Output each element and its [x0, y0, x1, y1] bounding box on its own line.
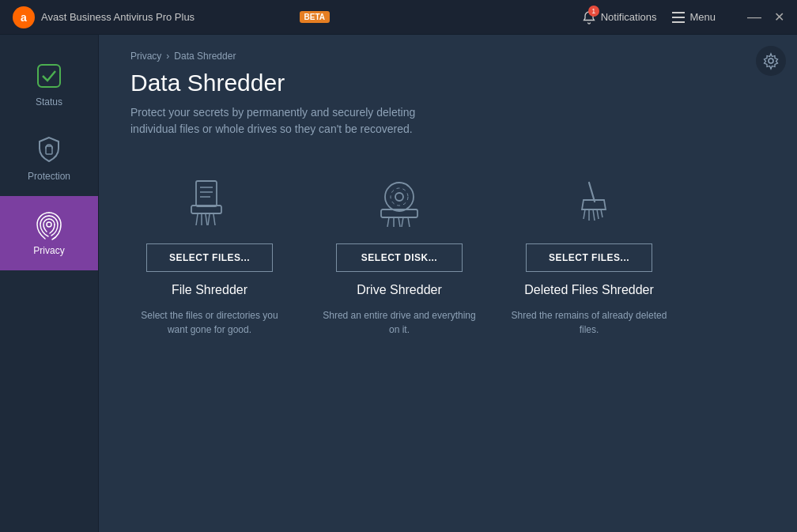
drive-shredder-name: Drive Shredder — [357, 283, 442, 297]
deleted-shredder-description: Shred the remains of already deleted fil… — [510, 308, 668, 337]
main-content: Privacy › Data Shredder Data Shredder Pr… — [99, 35, 797, 532]
deleted-files-shredder-card: SELECT FILES... Deleted Files Shredder S… — [510, 177, 668, 337]
svg-line-28 — [589, 183, 595, 202]
gear-icon — [763, 53, 779, 69]
file-shredder-name: File Shredder — [172, 283, 247, 297]
svg-point-7 — [47, 222, 51, 227]
page-description: Protect your secrets by permanently and … — [99, 104, 494, 161]
minimize-button[interactable]: — — [747, 9, 761, 25]
svg-line-32 — [597, 209, 599, 219]
svg-rect-2 — [672, 12, 685, 13]
deleted-shredder-icon — [557, 177, 621, 232]
breadcrumb-current: Data Shredder — [174, 51, 236, 62]
file-shredder-icon — [178, 177, 241, 232]
svg-rect-9 — [196, 181, 217, 206]
svg-line-23 — [387, 217, 389, 227]
svg-rect-5 — [38, 65, 60, 87]
svg-line-33 — [601, 209, 602, 217]
svg-line-26 — [402, 217, 403, 227]
svg-point-20 — [395, 193, 403, 201]
notifications-button[interactable]: 1 Notifications — [582, 10, 657, 25]
hamburger-icon — [672, 12, 685, 23]
svg-point-21 — [391, 188, 408, 206]
avast-logo-icon: a — [13, 6, 35, 28]
close-button[interactable]: ✕ — [774, 9, 784, 25]
svg-rect-4 — [672, 21, 685, 23]
app-title: Avast Business Antivirus Pro Plus — [41, 11, 293, 23]
drive-shredder-select-button[interactable]: SELECT DISK... — [336, 243, 463, 272]
file-shredder-description: Select the files or directories you want… — [130, 308, 289, 337]
drive-shredder-card: SELECT DISK... Drive Shredder Shred an e… — [320, 177, 478, 337]
titlebar: a Avast Business Antivirus Pro Plus BETA… — [0, 0, 797, 35]
svg-point-19 — [385, 183, 414, 211]
shredder-cards-container: SELECT FILES... File Shredder Select the… — [99, 161, 797, 353]
sidebar-privacy-label: Privacy — [33, 245, 64, 256]
drive-shredder-icon — [368, 177, 431, 232]
sidebar-status-label: Status — [36, 96, 62, 108]
breadcrumb: Privacy › Data Shredder — [99, 35, 797, 62]
drive-shredder-description: Shred an entire drive and everything on … — [320, 308, 478, 337]
sidebar-item-status[interactable]: Status — [0, 47, 98, 122]
deleted-shredder-select-button[interactable]: SELECT FILES... — [526, 243, 652, 272]
svg-line-31 — [593, 209, 595, 221]
sidebar-protection-label: Protection — [28, 171, 70, 182]
svg-point-8 — [769, 58, 773, 63]
sidebar-item-protection[interactable]: Protection — [0, 122, 98, 196]
app-body: Status Protection — [0, 35, 797, 532]
notifications-label: Notifications — [601, 11, 657, 23]
page-title: Data Shredder — [99, 62, 797, 104]
privacy-icon — [35, 210, 63, 239]
beta-badge: BETA — [300, 11, 330, 23]
notification-count-badge: 1 — [588, 6, 599, 17]
status-icon — [35, 62, 63, 90]
menu-label: Menu — [689, 11, 716, 23]
svg-text:a: a — [21, 11, 27, 24]
settings-button[interactable] — [756, 46, 786, 76]
svg-line-29 — [584, 209, 585, 219]
svg-line-16 — [206, 214, 207, 225]
svg-line-25 — [398, 217, 400, 227]
svg-line-14 — [196, 214, 198, 225]
menu-button[interactable]: Menu — [672, 11, 716, 23]
sidebar: Status Protection — [0, 35, 99, 532]
breadcrumb-parent[interactable]: Privacy — [130, 51, 161, 62]
svg-rect-3 — [672, 17, 685, 18]
svg-line-18 — [213, 214, 215, 225]
svg-line-17 — [208, 214, 210, 225]
breadcrumb-separator: › — [166, 51, 169, 62]
sidebar-item-privacy[interactable]: Privacy — [0, 196, 98, 270]
file-shredder-card: SELECT FILES... File Shredder Select the… — [130, 177, 289, 337]
svg-rect-6 — [46, 146, 52, 154]
deleted-shredder-name: Deleted Files Shredder — [524, 283, 654, 297]
svg-line-27 — [408, 217, 410, 227]
protection-icon — [35, 136, 63, 164]
file-shredder-select-button[interactable]: SELECT FILES... — [146, 243, 273, 272]
